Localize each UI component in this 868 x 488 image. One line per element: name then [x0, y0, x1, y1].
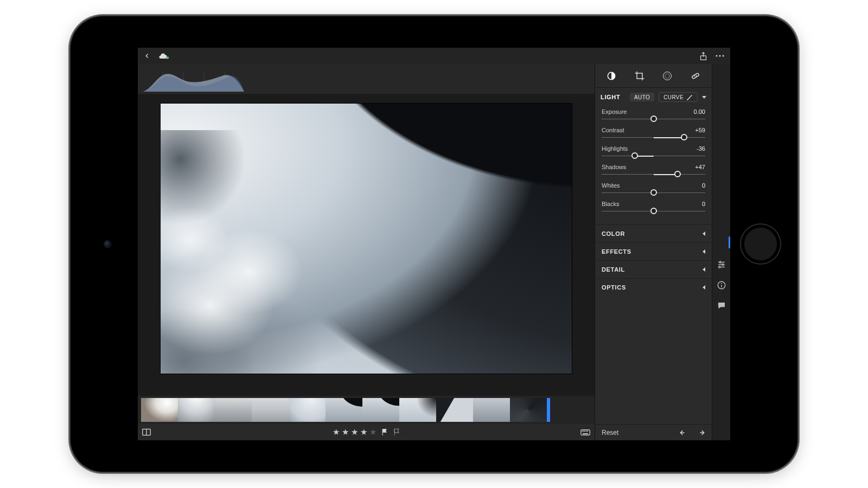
- auto-button[interactable]: AUTO: [630, 93, 654, 101]
- keyboard-icon[interactable]: [580, 429, 590, 436]
- svg-point-3: [719, 55, 721, 57]
- slider-track[interactable]: [602, 170, 705, 178]
- thumb-9[interactable]: [436, 398, 473, 422]
- svg-point-2: [716, 55, 718, 57]
- chevron-left-icon: [703, 249, 705, 254]
- slider-highlights[interactable]: Highlights-36: [602, 145, 705, 159]
- histogram-icon[interactable]: [142, 69, 245, 93]
- section-detail-label: DETAIL: [602, 266, 625, 273]
- flag-reject-icon[interactable]: [394, 428, 400, 436]
- svg-line-25: [696, 75, 697, 76]
- more-button[interactable]: [715, 54, 725, 57]
- slider-value: 0.00: [694, 108, 705, 115]
- curve-button[interactable]: CURVE: [659, 92, 698, 102]
- undo-button[interactable]: [679, 429, 688, 436]
- light-collapse-chevron-icon[interactable]: [702, 96, 706, 99]
- svg-rect-14: [582, 431, 583, 432]
- thumb-4[interactable]: [252, 398, 289, 422]
- device-camera: [105, 241, 110, 247]
- svg-point-22: [665, 73, 669, 78]
- chevron-left-icon: [703, 232, 705, 236]
- histogram-row: [138, 64, 595, 94]
- cloud-sync-icon[interactable]: [158, 52, 169, 60]
- mode-heal-icon[interactable]: [686, 67, 705, 85]
- section-effects-label: EFFECTS: [602, 248, 631, 255]
- slider-knob[interactable]: [631, 152, 638, 159]
- thumb-11[interactable]: [510, 398, 547, 422]
- slider-knob[interactable]: [674, 171, 681, 177]
- star-rating[interactable]: ★ ★ ★ ★ ★: [333, 427, 376, 437]
- slider-blacks[interactable]: Blacks0: [602, 201, 705, 215]
- compare-view-button[interactable]: [142, 428, 151, 436]
- star-3[interactable]: ★: [351, 427, 358, 437]
- light-title: LIGHT: [601, 94, 620, 100]
- thumb-5[interactable]: [289, 398, 326, 422]
- reset-button[interactable]: Reset: [602, 429, 618, 436]
- slider-shadows[interactable]: Shadows+47: [602, 164, 705, 178]
- mode-crop-icon[interactable]: [630, 67, 649, 85]
- slider-label: Contrast: [602, 127, 624, 133]
- adjust-tool-icon[interactable]: [715, 258, 728, 271]
- star-5[interactable]: ★: [369, 427, 376, 437]
- mode-presets-icon[interactable]: [658, 67, 676, 85]
- comments-tool-icon[interactable]: [715, 299, 728, 312]
- curve-label: CURVE: [663, 94, 684, 100]
- section-optics[interactable]: OPTICS: [595, 278, 712, 296]
- curve-icon: [686, 95, 693, 100]
- slider-exposure[interactable]: Exposure0.00: [602, 108, 705, 123]
- thumb-6-selected[interactable]: [326, 398, 362, 422]
- thumb-8[interactable]: [399, 398, 436, 422]
- slider-value: 0: [702, 182, 705, 189]
- svg-rect-23: [692, 73, 699, 79]
- svg-point-29: [719, 261, 721, 263]
- redo-button[interactable]: [697, 429, 705, 436]
- chevron-left-icon: [703, 285, 705, 290]
- thumb-1[interactable]: [141, 398, 178, 422]
- svg-line-24: [694, 75, 695, 76]
- filmstrip[interactable]: [138, 396, 595, 424]
- image-canvas[interactable]: [160, 103, 572, 374]
- thumb-2[interactable]: [178, 398, 215, 422]
- slider-track[interactable]: [602, 207, 705, 215]
- slider-track[interactable]: [602, 133, 705, 141]
- side-rail: [712, 64, 730, 440]
- lightroom-app: ★ ★ ★ ★ ★: [138, 48, 730, 440]
- svg-rect-16: [584, 431, 585, 432]
- share-button[interactable]: [699, 52, 707, 61]
- slider-value: 0: [702, 201, 705, 207]
- slider-label: Shadows: [602, 164, 626, 170]
- device-home-button[interactable]: [741, 224, 780, 264]
- section-color[interactable]: COLOR: [595, 224, 712, 242]
- flag-pick-icon[interactable]: [382, 428, 388, 436]
- slider-value: +59: [695, 127, 705, 133]
- slider-track[interactable]: [602, 189, 705, 196]
- section-color-label: COLOR: [602, 230, 625, 237]
- slider-contrast[interactable]: Contrast+59: [602, 127, 705, 141]
- top-bar: [138, 48, 730, 64]
- mode-edit-icon[interactable]: [602, 67, 621, 85]
- right-column: LIGHT AUTO CURVE Exposure0.00Contrast+59: [595, 64, 730, 440]
- slider-knob[interactable]: [681, 134, 687, 140]
- slider-knob[interactable]: [650, 208, 657, 214]
- thumb-7[interactable]: [362, 398, 399, 422]
- slider-track[interactable]: [602, 152, 705, 159]
- thumb-3[interactable]: [215, 398, 252, 422]
- active-tool-marker: [729, 236, 730, 248]
- back-button[interactable]: [143, 52, 151, 60]
- svg-point-31: [718, 266, 720, 268]
- light-header: LIGHT AUTO CURVE: [595, 88, 712, 104]
- star-1[interactable]: ★: [333, 427, 340, 437]
- star-4[interactable]: ★: [360, 427, 367, 437]
- info-tool-icon[interactable]: [715, 279, 728, 292]
- svg-rect-11: [382, 429, 383, 435]
- section-detail[interactable]: DETAIL: [595, 260, 712, 278]
- slider-knob[interactable]: [650, 115, 657, 122]
- slider-track[interactable]: [602, 115, 705, 123]
- slider-whites[interactable]: Whites0: [602, 182, 705, 196]
- section-effects[interactable]: EFFECTS: [595, 242, 712, 260]
- canvas-wrap: [138, 94, 595, 396]
- star-2[interactable]: ★: [342, 427, 349, 437]
- svg-point-34: [721, 283, 722, 284]
- slider-knob[interactable]: [650, 189, 657, 196]
- thumb-10[interactable]: [473, 398, 510, 422]
